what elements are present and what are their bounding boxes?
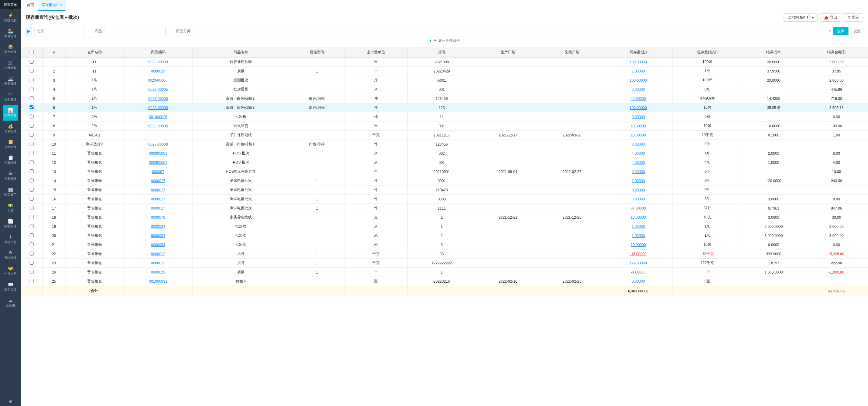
row-checkbox[interactable] [30,270,34,274]
row-checkbox[interactable] [30,224,34,228]
row-checkbox[interactable] [30,87,34,91]
table-cell-10[interactable]: -1.00000 [604,268,673,277]
table-cell-3[interactable]: 0000084 [123,231,193,240]
row-checkbox[interactable] [30,160,34,164]
goods-input[interactable] [107,29,163,33]
table-cell-3[interactable]: 0000078 [123,213,193,222]
sidebar-item-基础信息[interactable]: ℹ基础信息 [3,232,18,247]
table-cell-3[interactable] [123,131,193,140]
sidebar-settings-bottom[interactable]: ⚙ [0,397,21,406]
sidebar-item-快捷导航[interactable]: ⚡快捷导航 [3,10,18,26]
sidebar-item-云应用[interactable]: ☁云应用 [3,295,18,311]
row-checkbox[interactable] [30,114,34,119]
table-cell-3[interactable]: 0023-00009 [123,58,193,67]
table-cell-10[interactable]: 0.00000 [604,85,673,94]
table-cell-3[interactable]: 0000017 [123,195,193,204]
sidebar-item-批发管理[interactable]: 📦批发管理 [3,41,18,57]
table-cell-3[interactable]: 0023-00008 [123,103,193,112]
table-cell-10[interactable]: 10.00000 [604,240,673,249]
table-cell-10[interactable]: 0.00000 [604,167,673,176]
row-checkbox[interactable] [30,151,34,155]
export-button[interactable]: 📤 导出 [820,13,841,22]
row-checkbox[interactable] [30,279,34,283]
goods-filter[interactable] [104,27,165,35]
sidebar-item-工资[interactable]: 💵工资 [3,200,18,216]
row-checkbox[interactable] [30,105,34,109]
table-cell-10[interactable]: 49.60000 [604,94,673,103]
table-cell-10[interactable]: 2.00000 [604,176,673,185]
category-input[interactable] [195,29,241,33]
table-cell-3[interactable]: 0000017 [123,176,193,185]
table-cell-10[interactable]: 0.00000 [604,140,673,149]
table-cell-3[interactable]: 0000012 [123,259,193,268]
table-cell-3[interactable]: 001000031 [123,277,193,286]
table-cell-10[interactable]: 100.00000 [604,58,673,67]
expand-icon[interactable]: ▶ [26,27,32,35]
search-button[interactable]: 查询 [833,27,848,35]
row-checkbox[interactable] [30,261,34,265]
table-cell-10[interactable]: 0.00000 [604,112,673,122]
sidebar-item-零售管理[interactable]: 🏪零售管理 [3,26,18,41]
warehouse-input[interactable] [37,29,82,33]
row-checkbox[interactable] [30,60,34,64]
row-checkbox[interactable] [30,69,34,73]
table-cell-10[interactable]: 0.00000 [604,185,673,195]
table-cell-3[interactable]: 0023-00005 [123,122,193,131]
warehouse-filter[interactable] [34,27,85,35]
table-cell-10[interactable]: 122.00000 [604,259,673,268]
table-cell-3[interactable]: 000097 [123,167,193,176]
table-cell-10[interactable]: 87.00000 [604,204,673,213]
table-cell-10[interactable]: 10.00000 [604,122,673,131]
settings-button[interactable]: 设置 [851,28,863,34]
table-cell-10[interactable]: 1.00000 [604,222,673,231]
table-cell-3[interactable]: 0000029 [123,67,193,76]
table-cell-3[interactable]: 0000017 [123,185,193,195]
sidebar-item-税务管理[interactable]: 🏛税务管理 [3,168,18,184]
sidebar-item-系统管理[interactable]: ⚙系统管理 [3,247,18,263]
row-checkbox[interactable] [30,124,34,128]
row-checkbox[interactable] [30,242,34,246]
table-cell-10[interactable]: 4.00000 [604,149,673,158]
table-cell-10[interactable]: 0.00000 [604,277,673,286]
tab-close-icon[interactable]: ✕ [59,3,62,7]
table-cell-3[interactable]: 0023-00005 [123,85,193,94]
table-cell-3[interactable]: 000900001 [123,158,193,167]
table-cell-10[interactable]: 1.00000 [604,67,673,76]
sidebar-search[interactable]: 搜索菜单 [0,0,21,10]
sidebar-item-小额电商[interactable]: 🛒小额电商 [3,57,18,73]
sidebar-item-固定资产[interactable]: 🏢固定资产 [3,184,18,200]
sidebar-item-库存核算[interactable]: 📊库存核算 [3,105,18,121]
row-checkbox[interactable] [30,96,34,100]
table-cell-10[interactable]: 10.00000 [604,131,673,140]
sidebar-item-总账管理[interactable]: 📒总账管理 [3,136,18,152]
sidebar-item-电商管理[interactable]: 💻电商管理 [3,73,18,89]
row-checkbox[interactable] [30,206,34,210]
row-checkbox[interactable] [30,233,34,237]
tab-home[interactable]: 首页 [23,0,38,11]
row-checkbox[interactable] [30,169,34,173]
table-cell-3[interactable]: 0000012 [123,249,193,259]
table-cell-3[interactable]: 0000084 [123,222,193,231]
table-cell-10[interactable]: -16.00000 [604,249,673,259]
table-cell-10[interactable]: 4.00000 [604,158,673,167]
row-checkbox[interactable] [30,133,34,137]
table-cell-3[interactable]: 0023-00005 [123,94,193,103]
tab-inventory-batch[interactable]: 库存批次 ▾ ✕ [38,0,66,11]
row-checkbox[interactable] [30,78,34,82]
table-cell-3[interactable]: 0000084 [123,240,193,249]
table-cell-3[interactable]: 0023-0000... [123,76,193,85]
table-cell-10[interactable]: 100.00000 [604,103,673,112]
row-checkbox[interactable] [30,178,34,182]
sidebar-item-新手引导[interactable]: 📖新手引导 [3,279,18,295]
table-cell-3[interactable]: 0023-00008 [123,140,193,149]
toggle-button[interactable]: ⊞ 显示 [844,13,863,22]
row-checkbox[interactable] [30,188,34,192]
expand-more-filters[interactable]: ▼ ▼ 展开更多条件 [26,37,863,44]
sidebar-item-经营管理[interactable]: 📈经营管理 [3,216,18,232]
category-dropdown-icon[interactable]: ▾ [829,29,831,33]
table-cell-3[interactable]: 001000026 [123,112,193,122]
row-checkbox[interactable] [30,251,34,256]
table-cell-10[interactable]: 100.00000 [604,76,673,85]
sidebar-item-发票管理[interactable]: 🧾发票管理 [3,152,18,168]
table-cell-10[interactable]: 10.00000 [604,213,673,222]
